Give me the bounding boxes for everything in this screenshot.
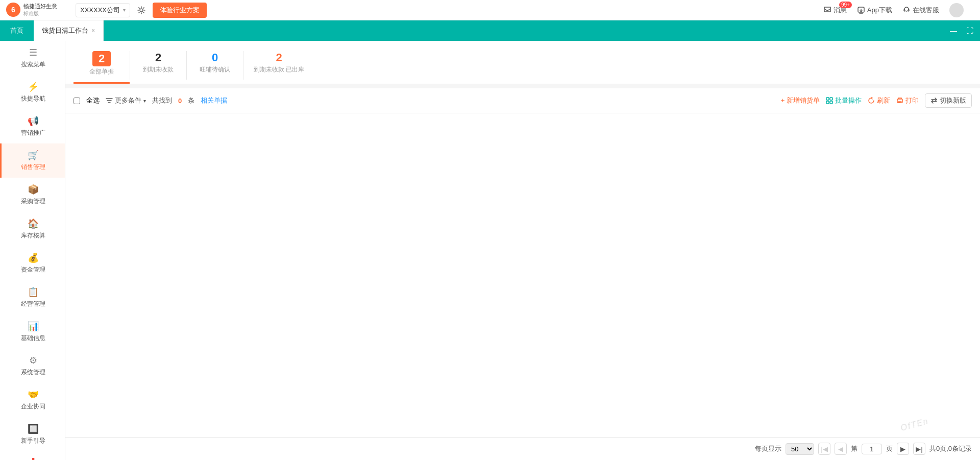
header-right: 消息 99+ App下载 在线客服 (823, 3, 974, 17)
stat-tab-pending-confirm[interactable]: 0 旺辅待确认 (187, 47, 243, 84)
batch-op-btn[interactable]: 批量操作 (826, 96, 862, 105)
stat-tab-overdue-unshipped[interactable]: 2 到期未收款 已出库 (243, 47, 314, 84)
app-download-label: App下载 (867, 6, 892, 15)
finance-icon: 💰 (28, 252, 39, 263)
refresh-icon (868, 97, 875, 104)
company-selector[interactable]: XXXXXX公司 ▾ (76, 3, 130, 17)
add-sales-btn[interactable]: + 新增销货单 (781, 96, 820, 105)
sidebar-item-purchase[interactable]: 📦 采购管理 (0, 178, 65, 212)
sidebar-item-basic-info[interactable]: 📊 基础信息 (0, 314, 65, 349)
batch-icon (826, 97, 833, 104)
settings-icon-btn[interactable] (134, 3, 149, 17)
inventory-icon: 🏠 (28, 218, 39, 229)
sidebar-label-marketing: 营销推广 (21, 129, 45, 137)
stat-tab-all[interactable]: 2 全部单据 (74, 47, 130, 84)
refresh-btn[interactable]: 刷新 (868, 96, 890, 105)
switch-version-btn[interactable]: 切换新版 (925, 93, 972, 108)
gear-icon (137, 6, 145, 14)
content-area: 2 全部单据 2 到期未收款 0 旺辅待确认 2 到期未收款 已出库 全选 (65, 41, 980, 460)
sidebar-item-cooperation[interactable]: 🤝 企业协同 (0, 383, 65, 417)
select-all-label: 全选 (86, 96, 100, 105)
experience-btn[interactable]: 体验行业方案 (153, 3, 207, 18)
found-unit: 条 (188, 96, 194, 105)
per-page-label: 每页显示 (755, 444, 781, 453)
system-icon: ⚙ (29, 355, 37, 366)
toolbar-right: + 新增销货单 批量操作 刷新 (781, 93, 972, 108)
sidebar-label-quick-nav: 快捷导航 (21, 94, 45, 103)
cooperation-icon: 🤝 (28, 389, 39, 400)
company-name: XXXXXX公司 (80, 6, 120, 15)
online-service-btn[interactable]: 在线客服 (902, 6, 939, 15)
sidebar-item-app-center[interactable]: 📥 应用中心 (0, 451, 65, 460)
sidebar-item-operations[interactable]: 📋 经营管理 (0, 280, 65, 314)
message-icon (823, 6, 831, 14)
purchase-icon: 📦 (28, 184, 39, 195)
tab-home[interactable]: 首页 (0, 20, 34, 41)
sidebar: ☰ 搜索菜单 ⚡ 快捷导航 📢 营销推广 🛒 销售管理 📦 采购管理 🏠 库存核… (0, 41, 65, 460)
search-menu-icon: ☰ (29, 47, 37, 58)
download-icon (857, 6, 865, 14)
sidebar-item-search-menu[interactable]: ☰ 搜索菜单 (0, 41, 65, 75)
tab-maximize-btn[interactable]: ⛶ (964, 25, 976, 37)
svg-rect-6 (830, 101, 832, 104)
sidebar-label-purchase: 采购管理 (21, 197, 45, 206)
stat-label-all: 全部单据 (89, 67, 114, 76)
svg-rect-7 (897, 99, 902, 103)
tab-active-label: 钱货日清工作台 (42, 26, 88, 35)
page-number-input[interactable] (862, 444, 882, 454)
svg-rect-3 (826, 98, 829, 100)
found-prefix: 共找到 (152, 96, 172, 105)
sidebar-label-guide: 新手引导 (21, 437, 45, 445)
avatar[interactable] (949, 3, 964, 17)
print-label: 打印 (905, 96, 919, 105)
print-btn[interactable]: 打印 (896, 96, 919, 105)
di-label: 第 (851, 444, 857, 453)
sidebar-label-operations: 经营管理 (21, 300, 45, 308)
stats-tabs: 2 全部单据 2 到期未收款 0 旺辅待确认 2 到期未收款 已出库 (65, 41, 980, 84)
pagination: 每页显示 50 100 200 |◀ ◀ 第 页 ▶ ▶| 共0页,0条记录 (65, 437, 980, 460)
sidebar-label-search-menu: 搜索菜单 (21, 60, 45, 69)
switch-icon (930, 97, 938, 104)
sidebar-item-inventory[interactable]: 🏠 库存核算 (0, 212, 65, 246)
next-page-btn[interactable]: ▶ (897, 443, 909, 455)
prev-page-btn[interactable]: ◀ (835, 443, 847, 455)
sidebar-item-marketing[interactable]: 📢 营销推广 (0, 109, 65, 143)
related-records-btn[interactable]: 相关单据 (201, 96, 227, 105)
sidebar-item-sales[interactable]: 🛒 销售管理 (0, 143, 65, 178)
print-icon (896, 97, 903, 104)
page-label: 页 (886, 444, 893, 453)
tab-close-btn[interactable]: × (91, 27, 95, 34)
refresh-label: 刷新 (877, 96, 890, 105)
sidebar-item-guide[interactable]: 🔲 新手引导 (0, 417, 65, 451)
sidebar-item-system[interactable]: ⚙ 系统管理 (0, 349, 65, 383)
svg-rect-5 (826, 101, 829, 104)
select-all-checkbox[interactable] (74, 98, 80, 104)
tab-active[interactable]: 钱货日清工作台 × (34, 20, 104, 41)
stat-label-pending-confirm: 旺辅待确认 (200, 65, 230, 74)
stat-label-overdue-unpaid: 到期未收款 (143, 65, 174, 74)
sidebar-item-finance[interactable]: 💰 资金管理 (0, 246, 65, 280)
sidebar-label-finance: 资金管理 (21, 265, 45, 274)
stat-label-overdue-unshipped: 到期未收款 已出库 (254, 65, 304, 74)
sidebar-label-cooperation: 企业协同 (21, 402, 45, 411)
top-header: 6 畅捷通好生意 标准版 XXXXXX公司 ▾ 体验行业方案 消息 99+ (0, 0, 980, 20)
filter-btn[interactable]: 更多条件 ▾ (106, 96, 146, 105)
stat-num-all: 2 (92, 51, 111, 66)
tab-bar-actions: — ⛶ (947, 25, 980, 37)
batch-op-label: 批量操作 (835, 96, 862, 105)
stat-tab-overdue-unpaid[interactable]: 2 到期未收款 (130, 47, 186, 84)
quick-nav-icon: ⚡ (28, 81, 39, 92)
main-layout: ☰ 搜索菜单 ⚡ 快捷导航 📢 营销推广 🛒 销售管理 📦 采购管理 🏠 库存核… (0, 41, 980, 460)
first-page-btn[interactable]: |◀ (818, 443, 830, 455)
sidebar-item-quick-nav[interactable]: ⚡ 快捷导航 (0, 75, 65, 109)
message-badge: 99+ (839, 2, 852, 8)
filter-icon (106, 97, 113, 104)
last-page-btn[interactable]: ▶| (913, 443, 925, 455)
filter-chevron-icon: ▾ (143, 98, 146, 104)
stat-num-pending-confirm: 0 (212, 51, 218, 64)
per-page-select[interactable]: 50 100 200 (786, 443, 814, 455)
marketing-icon: 📢 (28, 115, 39, 127)
tab-minimize-btn[interactable]: — (947, 25, 960, 37)
app-download-btn[interactable]: App下载 (857, 6, 892, 15)
message-btn[interactable]: 消息 99+ (823, 6, 847, 15)
